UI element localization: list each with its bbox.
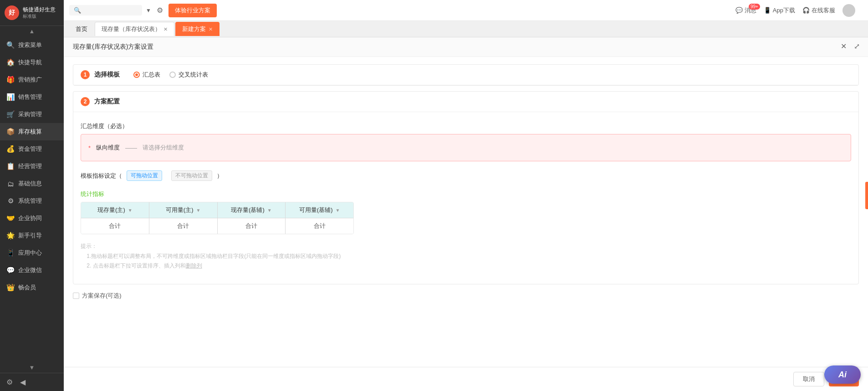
step1-title: 选择模板	[94, 71, 120, 79]
sidebar-scroll-up[interactable]: ▲	[0, 26, 64, 36]
sidebar-item-sales[interactable]: 📊 销售管理	[0, 88, 64, 106]
radio-crosstab-circle	[169, 72, 176, 78]
required-mark: *	[88, 144, 91, 151]
col-3-dropdown-icon: ▼	[267, 208, 272, 213]
topbar-right-area: 💬 消息 99+ 📱 App下载 🎧 在线客服	[735, 4, 863, 17]
stats-col-3-label: 现存量(基辅)	[231, 206, 265, 214]
sidebar-item-marketing[interactable]: 🎁 营销推广	[0, 71, 64, 88]
sidebar-item-label: 应用中心	[18, 249, 42, 257]
sidebar-item-system[interactable]: ⚙ 系统管理	[0, 192, 64, 210]
app-logo-icon: 好	[5, 5, 19, 20]
hint-title: 提示：	[81, 242, 851, 252]
sidebar-logo: 好 畅捷通好生意 标准版	[0, 0, 64, 26]
tab-inventory-status-close[interactable]: ✕	[163, 26, 168, 32]
star-icon: 🌟	[6, 232, 15, 240]
radio-summary-table[interactable]: 汇总表	[133, 71, 160, 79]
message-button[interactable]: 💬 消息 99+	[735, 6, 756, 15]
sidebar-item-wechat[interactable]: 💬 企业微信	[0, 262, 64, 279]
step1-badge: 1	[81, 70, 90, 79]
sidebar-item-label: 营销推广	[18, 76, 42, 84]
sidebar-item-label: 企业协同	[18, 214, 42, 222]
panel-close-button[interactable]: ✕	[838, 41, 849, 51]
tab-inventory-status-label: 现存量（库存状况表）	[102, 25, 161, 33]
app-download-button[interactable]: 📱 App下载	[764, 6, 795, 15]
dimension-placeholder[interactable]: 请选择分组维度	[143, 144, 184, 152]
search-dropdown-button[interactable]: ▼	[146, 7, 151, 14]
gift-icon: 🎁	[6, 76, 15, 84]
message-badge: 99+	[749, 4, 760, 10]
step2-body: 汇总维度（必选） * 纵向维度 —— 请选择分组维度 模板指标设定（ 可拖动位置…	[73, 112, 858, 284]
tab-home[interactable]: 首页	[69, 22, 94, 36]
cancel-button[interactable]: 取消	[793, 372, 824, 386]
settings-footer-icon[interactable]: ⚙	[6, 378, 13, 386]
content-area: ✕ ⤢ 现存量(库存状况表)方案设置 1 选择模板 汇总表	[64, 37, 868, 391]
sidebar-item-purchase[interactable]: 🛒 采购管理	[0, 106, 64, 123]
stats-col-3-summary: 合计	[245, 222, 257, 230]
cart-icon: 🛒	[6, 110, 15, 118]
stats-col-2-body: 合计	[149, 218, 217, 234]
hint-area: 提示： 1.拖动标题栏可以调整布局，不可跨维度或指标区域拖动栏目字段(只能在同一…	[81, 242, 851, 271]
step1-header: 1 选择模板 汇总表 交叉统计表	[73, 65, 858, 85]
stats-col-4-summary: 合计	[314, 222, 326, 230]
search-input[interactable]	[84, 7, 138, 14]
stats-col-1-summary: 合计	[109, 222, 121, 230]
stats-col-2: 可用量(主) ▼ 合计	[149, 202, 218, 234]
sidebar-item-label: 快捷导航	[18, 58, 42, 67]
dimension-area: * 纵向维度 —— 请选择分组维度	[81, 134, 851, 161]
ai-label: Ai	[838, 370, 847, 380]
stats-col-2-header[interactable]: 可用量(主) ▼	[149, 202, 217, 218]
sidebar-item-member[interactable]: 👑 畅会员	[0, 279, 64, 296]
stats-col-1-body: 合计	[81, 218, 149, 234]
ai-bubble-button[interactable]: Ai	[824, 365, 861, 384]
sidebar-item-contract[interactable]: 🤝 企业协同	[0, 210, 64, 227]
user-avatar[interactable]	[842, 4, 855, 17]
vertical-dimension-label: 纵向维度	[96, 144, 120, 152]
radio-crosstab[interactable]: 交叉统计表	[169, 71, 208, 79]
save-checkbox[interactable]	[73, 293, 79, 299]
stats-col-4-header[interactable]: 可用量(基辅) ▼	[286, 202, 353, 218]
stats-col-1: 现存量(主) ▼ 合计	[81, 202, 149, 234]
sidebar-item-search[interactable]: 🔍 搜索菜单	[0, 36, 64, 54]
stats-col-1-header[interactable]: 现存量(主) ▼	[81, 202, 149, 218]
online-service-button[interactable]: 🎧 在线客服	[802, 6, 835, 15]
sidebar-item-appcenter[interactable]: 📱 应用中心	[0, 244, 64, 262]
sidebar-scroll-down[interactable]: ▼	[0, 362, 64, 373]
box-icon: 📦	[6, 128, 15, 136]
tab-new-scheme-label: 新建方案	[182, 25, 206, 33]
sidebar-item-label: 销售管理	[18, 93, 42, 101]
step2-title: 方案配置	[94, 98, 120, 106]
topbar-gear-button[interactable]: ⚙	[155, 4, 165, 16]
stats-col-3-header[interactable]: 现存量(基辅) ▼	[218, 202, 286, 218]
sidebar-item-operation[interactable]: 📋 经营管理	[0, 158, 64, 175]
tab-new-scheme-close[interactable]: ✕	[209, 26, 213, 32]
page-title: 现存量(库存状况表)方案设置	[73, 43, 153, 50]
sidebar-item-label: 经营管理	[18, 162, 42, 170]
sidebar-nav: 🔍 搜索菜单 🏠 快捷导航 🎁 营销推广 📊 销售管理 🛒 采购管理 📦 库存核…	[0, 36, 64, 362]
footer-buttons: 取消 查询	[64, 367, 868, 391]
sidebar-item-label: 采购管理	[18, 110, 42, 118]
sidebar-item-basic[interactable]: 🗂 基础信息	[0, 175, 64, 192]
sidebar-item-label: 资金管理	[18, 145, 42, 153]
sidebar-item-label: 基础信息	[18, 180, 42, 188]
tab-home-label: 首页	[76, 25, 87, 33]
topbar-search-box[interactable]: 🔍	[69, 5, 142, 15]
collapse-sidebar-icon[interactable]: ◀	[20, 378, 26, 386]
sidebar-item-newguide[interactable]: 🌟 新手引导	[0, 227, 64, 244]
tab-bar: 首页 现存量（库存状况表） ✕ 新建方案 ✕	[64, 21, 868, 37]
crown-icon: 👑	[6, 283, 15, 292]
sidebar-item-inventory[interactable]: 📦 库存核算	[0, 123, 64, 140]
tab-new-scheme[interactable]: 新建方案 ✕	[175, 22, 220, 36]
sidebar-item-quicknav[interactable]: 🏠 快捷导航	[0, 54, 64, 71]
summary-dimension-label: 汇总维度（必选）	[81, 118, 851, 134]
stats-col-2-label: 可用量(主)	[166, 206, 194, 214]
stats-col-4-body: 合计	[286, 218, 353, 234]
tab-inventory-status[interactable]: 现存量（库存状况表） ✕	[95, 22, 174, 36]
trial-plan-button[interactable]: 体验行业方案	[168, 4, 217, 17]
handshake-icon: 🤝	[6, 214, 15, 222]
sidebar-item-finance[interactable]: 💰 资金管理	[0, 140, 64, 158]
stats-table: 现存量(主) ▼ 合计 可用量(主) ▼	[81, 202, 354, 234]
app-name-text: 畅捷通好生意 标准版	[23, 6, 56, 20]
chart-icon: 📊	[6, 93, 15, 101]
panel-expand-button[interactable]: ⤢	[851, 41, 863, 51]
topbar: 🔍 ▼ ⚙ 体验行业方案 💬 消息 99+ 📱 App下载 🎧 在线客服	[64, 0, 868, 21]
